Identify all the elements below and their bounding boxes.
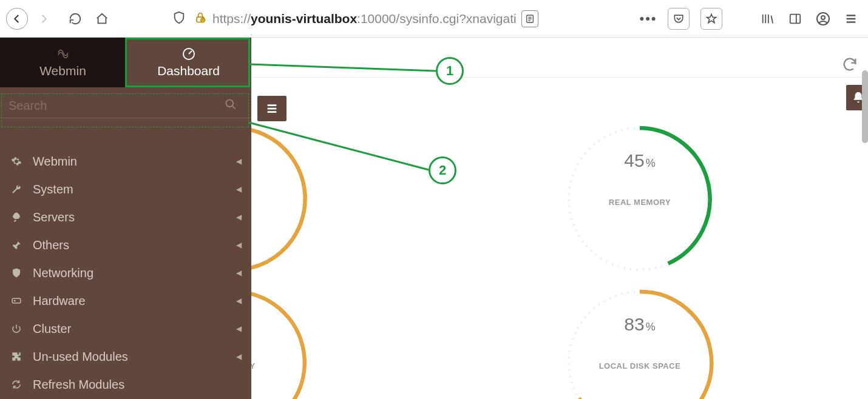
address-bar[interactable]: https://younis-virtualbox:10000/sysinfo.…: [172, 10, 640, 27]
sidebar-toggle-icon[interactable]: [787, 10, 804, 27]
gauge-real-memory-value: 45%: [561, 150, 719, 171]
chevron-left-icon: ◀: [236, 213, 242, 221]
nav-item-webmin[interactable]: Webmin ◀: [0, 147, 251, 175]
power-icon: [11, 323, 27, 334]
library-icon[interactable]: [759, 10, 776, 27]
forward-button[interactable]: [33, 8, 55, 30]
pin-icon: [11, 240, 27, 250]
nav-label: Un-used Modules: [33, 350, 128, 364]
bookmark-star-icon[interactable]: [700, 8, 722, 30]
pocket-icon[interactable]: [668, 8, 690, 30]
tracking-shield-icon[interactable]: [172, 10, 186, 27]
svg-point-13: [569, 292, 711, 399]
svg-point-9: [14, 300, 15, 301]
search-wrap: [0, 93, 251, 118]
rocket-icon: [11, 212, 27, 223]
search-input[interactable]: [6, 93, 245, 118]
url-text: https://younis-virtualbox:10000/sysinfo.…: [212, 12, 517, 26]
gauge-disk: 83% LOCAL DISK SPACE: [561, 284, 719, 399]
nav-label: Networking: [33, 266, 93, 280]
nav-label: Refresh Modules: [33, 378, 124, 392]
chevron-left-icon: ◀: [236, 352, 242, 361]
nav-label: Others: [33, 238, 69, 252]
menu-icon[interactable]: [843, 10, 860, 27]
gauge-virtual-memory-label: L MEMORY: [251, 361, 312, 370]
reload-button[interactable]: [64, 8, 86, 30]
back-button[interactable]: [6, 8, 28, 30]
chevron-left-icon: ◀: [236, 241, 242, 249]
tab-dashboard[interactable]: Dashboard: [126, 38, 251, 87]
content-header: [251, 38, 868, 78]
chevron-left-icon: ◀: [236, 324, 242, 333]
nav-label: Webmin: [33, 155, 77, 169]
gauge-disk-label: LOCAL DISK SPACE: [561, 361, 719, 370]
shield-icon: [11, 267, 27, 278]
svg-rect-8: [12, 298, 21, 303]
puzzle-icon: [11, 351, 27, 362]
gauge-virtual-memory: L MEMORY: [251, 284, 330, 399]
tab-dashboard-label: Dashboard: [157, 64, 220, 78]
disk-icon: [11, 295, 27, 306]
gauge-cpu: CPU: [251, 120, 330, 278]
nav-label: System: [33, 183, 73, 196]
chevron-left-icon: ◀: [236, 185, 242, 193]
svg-point-5: [821, 16, 825, 19]
nav-label: Cluster: [33, 322, 71, 336]
chevron-left-icon: ◀: [236, 157, 242, 166]
nav-item-cluster[interactable]: Cluster ◀: [0, 315, 251, 343]
nav-item-hardware[interactable]: Hardware ◀: [0, 287, 251, 315]
nav-item-servers[interactable]: Servers ◀: [0, 203, 251, 231]
refresh-dashboard-button[interactable]: [838, 52, 862, 76]
nav-item-networking[interactable]: Networking ◀: [0, 259, 251, 287]
gauge-real-memory-label: REAL MEMORY: [561, 198, 719, 207]
chevron-left-icon: ◀: [236, 297, 242, 305]
gauge-cpu-label: CPU: [251, 198, 312, 207]
reader-mode-icon[interactable]: [521, 10, 538, 27]
nav-label: Hardware: [33, 294, 86, 308]
security-lock-icon[interactable]: [194, 11, 206, 27]
browser-toolbar: https://younis-virtualbox:10000/sysinfo.…: [0, 0, 868, 38]
wrench-icon: [11, 184, 27, 195]
nav-item-system[interactable]: System ◀: [0, 175, 251, 203]
svg-point-7: [226, 100, 234, 107]
content-area: CPU 45% REAL MEMORY L MEMORY: [251, 38, 868, 399]
webmin-logo-icon: [55, 47, 72, 61]
tab-webmin-label: Webmin: [39, 64, 86, 78]
chevron-left-icon: ◀: [236, 269, 242, 277]
search-icon[interactable]: [225, 98, 237, 113]
home-button[interactable]: [91, 8, 113, 30]
nav-item-refresh-modules[interactable]: Refresh Modules: [0, 370, 251, 398]
toolbar-right: •••: [640, 8, 860, 30]
account-icon[interactable]: [815, 10, 832, 27]
more-icon[interactable]: •••: [640, 10, 657, 27]
nav-section: Webmin ◀ System ◀ Servers ◀ Others ◀ Net…: [0, 147, 251, 398]
gauge-real-memory: 45% REAL MEMORY: [561, 120, 719, 278]
gear-icon: [11, 156, 27, 167]
tab-webmin[interactable]: Webmin: [0, 38, 126, 87]
nav-item-unused-modules[interactable]: Un-used Modules ◀: [0, 343, 251, 370]
gauge-icon: [181, 47, 197, 61]
nav-item-others[interactable]: Others ◀: [0, 231, 251, 259]
gauge-disk-value: 83%: [561, 314, 719, 335]
sidebar: Webmin Dashboard Webmin ◀: [0, 38, 251, 399]
refresh-icon: [11, 379, 27, 390]
nav-label: Servers: [33, 210, 75, 224]
svg-rect-3: [790, 14, 801, 23]
